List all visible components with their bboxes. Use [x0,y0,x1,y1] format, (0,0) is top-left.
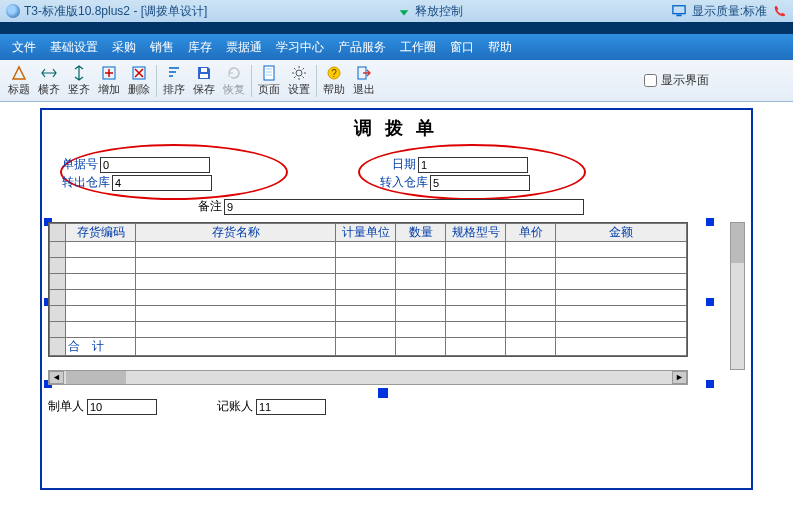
svg-rect-4 [200,74,208,78]
total-row: 合 计 [50,338,687,356]
footer-fields: 制单人 记账人 [48,398,326,415]
release-control[interactable]: 释放控制 [397,3,463,20]
maker-label: 制单人 [48,398,84,415]
remark-label: 备注 [198,198,222,215]
tb-sort[interactable]: 排序 [159,64,189,97]
help-icon: ? [325,64,343,82]
field-out-wh[interactable]: 转出仓库 [62,174,212,191]
table-row[interactable] [50,242,687,258]
col-name[interactable]: 存货名称 [136,224,336,242]
form-title[interactable]: 调 拨 单 [42,116,751,140]
field-poster[interactable]: 记账人 [217,398,326,415]
menu-bill[interactable]: 票据通 [226,39,262,56]
table-row[interactable] [50,258,687,274]
date-input[interactable] [418,157,528,173]
table-row[interactable] [50,322,687,338]
hscroll-left-arrow[interactable]: ◄ [49,371,64,384]
tb-settings[interactable]: 设置 [284,64,314,97]
tb-restore[interactable]: 恢复 [219,64,249,97]
grid-hscroll[interactable]: ◄ ► [48,370,688,385]
sel-handle[interactable] [706,298,714,306]
sel-handle-center[interactable] [378,388,388,398]
table-row[interactable] [50,274,687,290]
col-code[interactable]: 存货编码 [66,224,136,242]
detail-table[interactable]: 存货编码 存货名称 计量单位 数量 规格型号 单价 金额 合 计 [49,223,687,356]
show-ui-label: 显示界面 [661,72,709,89]
tb-label: 退出 [353,82,375,97]
show-ui-checkbox[interactable]: 显示界面 [644,72,709,89]
app-icon [6,4,20,18]
tb-title[interactable]: 标题 [4,64,34,97]
field-doc-no[interactable]: 单据号 [62,156,210,173]
field-maker[interactable]: 制单人 [48,398,157,415]
quality-widget[interactable]: 显示质量:标准 [692,3,767,20]
header-row: 存货编码 存货名称 计量单位 数量 规格型号 单价 金额 [50,224,687,242]
pin-icon [397,4,411,18]
menu-window[interactable]: 窗口 [450,39,474,56]
field-date[interactable]: 日期 [392,156,528,173]
tb-save[interactable]: 保存 [189,64,219,97]
out-wh-input[interactable] [112,175,212,191]
tb-exit[interactable]: 退出 [349,64,379,97]
menu-workcircle[interactable]: 工作圈 [400,39,436,56]
hscroll-thumb[interactable] [66,371,126,384]
restore-icon [225,64,243,82]
design-canvas[interactable]: 调 拨 单 单据号 转出仓库 日期 转入仓库 备注 存货编码 [40,108,753,490]
doc-no-input[interactable] [100,157,210,173]
sel-handle[interactable] [706,380,714,388]
col-spec[interactable]: 规格型号 [446,224,506,242]
in-wh-input[interactable] [430,175,530,191]
col-price[interactable]: 单价 [506,224,556,242]
table-row[interactable] [50,306,687,322]
tb-label: 增加 [98,82,120,97]
menu-file[interactable]: 文件 [12,39,36,56]
toolbar-sep [156,65,157,97]
sel-handle[interactable] [706,218,714,226]
tb-add[interactable]: 增加 [94,64,124,97]
field-remark[interactable]: 备注 [198,198,584,215]
col-unit[interactable]: 计量单位 [336,224,396,242]
toolbar: 标题 横齐 竖齐 增加 删除 排序 保存 恢复 页面 设置 ?帮助 退出 显示界… [0,60,793,102]
svg-rect-0 [673,6,685,14]
window-title: T3-标准版10.8plus2 - [调拨单设计] [24,3,207,20]
in-wh-label: 转入仓库 [380,174,428,191]
title-icon [10,64,28,82]
detail-grid[interactable]: 存货编码 存货名称 计量单位 数量 规格型号 单价 金额 合 计 [48,222,688,357]
tb-label: 页面 [258,82,280,97]
monitor-icon[interactable] [672,4,686,18]
total-label: 合 计 [66,338,136,356]
tb-help[interactable]: ?帮助 [319,64,349,97]
show-ui-cb-input[interactable] [644,74,657,87]
remark-input[interactable] [224,199,584,215]
title-bar: T3-标准版10.8plus2 - [调拨单设计] 释放控制 显示质量:标准 [0,0,793,22]
top-right-controls: 显示质量:标准 [672,3,787,20]
menu-product[interactable]: 产品服务 [338,39,386,56]
menu-sales[interactable]: 销售 [150,39,174,56]
menu-learn[interactable]: 学习中心 [276,39,324,56]
svg-rect-1 [676,15,681,17]
grid-vscroll[interactable] [730,222,745,370]
doc-no-label: 单据号 [62,156,98,173]
menu-basic[interactable]: 基础设置 [50,39,98,56]
vscroll-thumb[interactable] [731,223,744,263]
menu-stock[interactable]: 库存 [188,39,212,56]
exit-icon [355,64,373,82]
menu-help[interactable]: 帮助 [488,39,512,56]
out-wh-label: 转出仓库 [62,174,110,191]
field-in-wh[interactable]: 转入仓库 [380,174,530,191]
tb-del[interactable]: 删除 [124,64,154,97]
maker-input[interactable] [87,399,157,415]
col-amount[interactable]: 金额 [556,224,687,242]
svg-text:?: ? [331,68,337,79]
date-label: 日期 [392,156,416,173]
menu-purchase[interactable]: 采购 [112,39,136,56]
svg-rect-5 [201,68,207,72]
tb-halign[interactable]: 横齐 [34,64,64,97]
hscroll-right-arrow[interactable]: ► [672,371,687,384]
table-row[interactable] [50,290,687,306]
col-qty[interactable]: 数量 [396,224,446,242]
tb-page[interactable]: 页面 [254,64,284,97]
poster-input[interactable] [256,399,326,415]
phone-icon[interactable] [773,4,787,18]
tb-valign[interactable]: 竖齐 [64,64,94,97]
